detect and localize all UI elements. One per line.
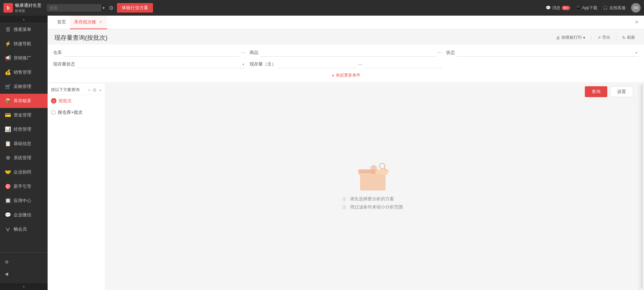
print-btn[interactable]: 🖨 按模板打印 ▾ xyxy=(554,33,587,42)
search-input[interactable] xyxy=(47,4,101,12)
print-label: 按模板打印 xyxy=(561,35,582,40)
topbar: b 畅康通好生意 标准版 ▾ ⚙ 体验行业方案 💬 消息 99+ 📱 App下载… xyxy=(0,0,644,16)
headset-icon: 🎧 xyxy=(603,5,608,10)
set-btn[interactable]: 设置 xyxy=(610,86,633,97)
sidebar-item-system[interactable]: ⚙系统管理 xyxy=(0,151,48,165)
sidebar-label-guide: 新手引导 xyxy=(14,183,31,189)
sidebar-bottom: ⚙ ◀ xyxy=(0,252,48,283)
sidebar-item-basics[interactable]: 📋基础信息 xyxy=(0,137,48,151)
search-dropdown-btn[interactable]: ▾ xyxy=(101,5,106,11)
sidebar-item-inventory[interactable]: 📦库存核算 xyxy=(0,94,48,108)
export-btn[interactable]: ↗ 导出 xyxy=(595,33,612,42)
sidebar-item-operations[interactable]: 📊经营管理 xyxy=(0,122,48,137)
sidebar-icon-vip: V xyxy=(5,226,11,232)
sidebar-bottom-collapse[interactable]: ◀ xyxy=(0,268,48,280)
chat-icon: 💬 xyxy=(546,5,551,10)
empty-illustration xyxy=(355,157,389,191)
filter-row-2: 现存量状态 ▾ 现存量（主） — xyxy=(53,60,639,68)
sidebar-label-quick-nav: 快捷导航 xyxy=(14,41,31,47)
sidebar-item-marketing[interactable]: 📢营销推广 xyxy=(0,51,48,65)
sidebar-scroll-down[interactable]: ▼ xyxy=(0,283,48,290)
sidebar-icon-quick-nav: ⚡ xyxy=(5,41,11,47)
experience-btn[interactable]: 体验行业方案 xyxy=(117,3,153,13)
message-btn[interactable]: 💬 消息 99+ xyxy=(546,5,570,11)
empty-instruction-item: 2用过滤条件来缩小分析范围 xyxy=(341,204,403,210)
stock-amount-from-input[interactable] xyxy=(278,60,356,68)
stock-status-select[interactable] xyxy=(77,60,245,68)
sidebar-label-wechat: 企业微信 xyxy=(14,212,31,218)
sidebar-item-guide[interactable]: 🎯新手引导 xyxy=(0,179,48,194)
export-icon: ↗ xyxy=(597,35,601,40)
message-badge: 99+ xyxy=(562,6,570,10)
solution-add-btn[interactable]: + xyxy=(88,87,90,93)
right-scrollbar xyxy=(639,84,644,290)
sidebar-item-finance[interactable]: 💳资金管理 xyxy=(0,108,48,122)
sidebar-item-purchase[interactable]: 🛒采购管理 xyxy=(0,79,48,94)
sidebar-item-sales[interactable]: 💰销售管理 xyxy=(0,65,48,79)
sidebar-icon-system: ⚙ xyxy=(5,155,11,161)
sidebar-label-operations: 经营管理 xyxy=(14,126,31,132)
sidebar-item-enterprise[interactable]: 🤝企业协同 xyxy=(0,165,48,179)
scroll-track xyxy=(641,85,643,289)
sidebar-label-vip: 畅会员 xyxy=(14,226,27,232)
tab-close-all-btn[interactable]: × xyxy=(635,19,639,26)
tab-home[interactable]: 首页 xyxy=(53,16,70,29)
content-area: 首页 库存批次账 × × 现存量查询(按批次) 🖨 按模板打印 ▾ | ↗ 导出 xyxy=(48,16,644,290)
app-download-btn[interactable]: 📱 App下载 xyxy=(576,5,597,11)
sidebar-label-finance: 资金管理 xyxy=(14,112,31,118)
solution-collapse-btn[interactable]: « xyxy=(99,87,102,93)
solution-settings-btn[interactable]: ⚙ xyxy=(92,87,97,93)
product-label: 商品 xyxy=(250,50,258,56)
warehouse-dots-btn[interactable]: ··· xyxy=(241,50,245,56)
sidebar-label-basics: 基础信息 xyxy=(14,141,31,147)
tab-close-btn[interactable]: × xyxy=(98,20,103,24)
query-action-bar: 查询 设置 xyxy=(105,84,639,97)
online-service-btn[interactable]: 🎧 在线客服 xyxy=(603,5,626,11)
sidebar-bottom-settings[interactable]: ⚙ xyxy=(0,256,48,268)
sidebar-label-sales: 销售管理 xyxy=(14,69,31,75)
refresh-icon: ↻ xyxy=(622,35,626,40)
instruction-text: 请先选择要分析的方案 xyxy=(350,196,394,202)
sidebar-icon-sales: 💰 xyxy=(5,69,11,75)
logo-icon: b xyxy=(3,3,13,13)
topbar-right: 💬 消息 99+ 📱 App下载 🎧 在线客服 Rit xyxy=(546,3,641,13)
content-body: 按以下方案查询 + ⚙ « ⊙按批次按仓库+批次 查询 设置 xyxy=(48,84,644,290)
tab-home-label: 首页 xyxy=(57,19,66,25)
sidebar-item-apps[interactable]: 🔲应用中心 xyxy=(0,194,48,208)
version-label: 标准版 xyxy=(15,8,41,13)
avatar: Rit xyxy=(631,3,641,13)
tab-inventory-batch[interactable]: 库存批次账 × xyxy=(70,16,107,29)
topbar-gear-btn[interactable]: ⚙ xyxy=(109,5,114,11)
sidebar-item-wechat[interactable]: 💬企业微信 xyxy=(0,208,48,222)
warehouse-input[interactable] xyxy=(64,49,239,57)
product-input[interactable] xyxy=(260,49,436,57)
user-profile-btn[interactable]: Rit xyxy=(631,3,641,13)
filter-area: 仓库 ··· 商品 ··· 状态 ▾ xyxy=(48,44,644,82)
filter-warehouse: 仓库 ··· xyxy=(53,49,245,57)
query-btn[interactable]: 查询 xyxy=(585,86,607,97)
sidebar-item-quick-nav[interactable]: ⚡快捷导航 xyxy=(0,37,48,51)
solution-item-by-batch[interactable]: ⊙按批次 xyxy=(48,95,105,107)
collapse-more-btn[interactable]: ∧ 收起更多条件 xyxy=(53,70,639,78)
sidebar-item-search-menu[interactable]: ☰搜索菜单 xyxy=(0,22,48,37)
phone-icon: 📱 xyxy=(576,5,581,10)
empty-instruction-item: 1请先选择要分析的方案 xyxy=(341,196,403,202)
stock-amount-to-input[interactable] xyxy=(365,60,442,68)
solution-title: 按以下方案查询 xyxy=(51,87,80,93)
status-select[interactable] xyxy=(457,49,639,57)
solution-item-by-warehouse-batch[interactable]: 按仓库+批次 xyxy=(48,107,105,118)
product-dots-btn[interactable]: ··· xyxy=(438,50,442,56)
export-label: 导出 xyxy=(602,35,610,40)
page-title: 现存量查询(按批次) xyxy=(54,34,107,42)
collapse-label: 收起更多条件 xyxy=(336,72,360,78)
sidebar-item-vip[interactable]: V畅会员 xyxy=(0,222,48,236)
sidebar-scroll-up[interactable]: ▲ xyxy=(0,16,48,22)
tab-bar: 首页 库存批次账 × × xyxy=(48,16,644,29)
sidebar-icon-enterprise: 🤝 xyxy=(5,169,11,175)
solution-panel: 按以下方案查询 + ⚙ « ⊙按批次按仓库+批次 xyxy=(48,84,105,290)
filter-row-1: 仓库 ··· 商品 ··· 状态 ▾ xyxy=(53,49,639,57)
collapse-icon: ◀ xyxy=(5,271,8,276)
refresh-btn[interactable]: ↻ 刷新 xyxy=(620,33,637,42)
sidebar-label-purchase: 采购管理 xyxy=(14,84,31,90)
sidebar-label-inventory: 库存核算 xyxy=(14,98,31,104)
